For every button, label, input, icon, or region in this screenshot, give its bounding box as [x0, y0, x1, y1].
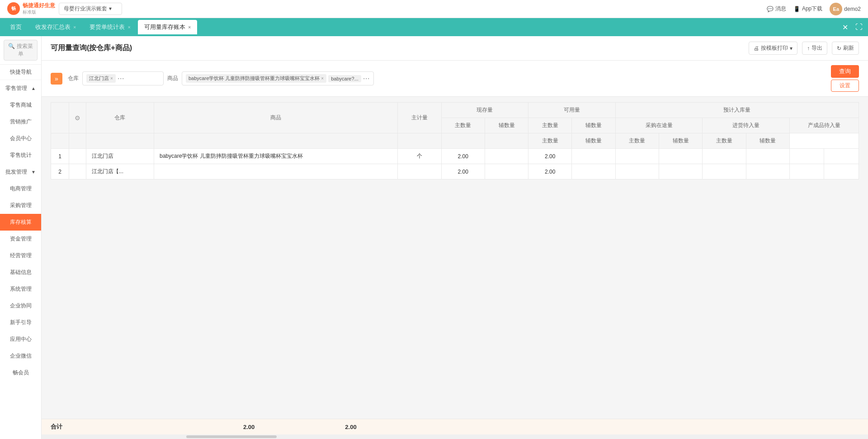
sidebar-item-finance[interactable]: 资金管理 — [0, 231, 41, 247]
sidebar-item-operations[interactable]: 经营管理 — [0, 247, 41, 264]
col-finished-pending-header: 产成品待入量 — [789, 118, 859, 133]
export-btn[interactable]: ↑ 导出 — [802, 42, 827, 55]
product-filter-label: 商品 — [167, 75, 178, 82]
row2-avail-aux — [572, 164, 615, 179]
print-btn[interactable]: 🖨 按模板打印 ▾ — [749, 42, 797, 55]
table-settings-icon[interactable]: ⚙ — [75, 114, 80, 122]
warehouse-filter-input[interactable]: 江北门店 × ··· — [82, 71, 164, 85]
sidebar-item-wholesale[interactable]: 批发管理 ▼ — [0, 164, 41, 180]
filter-expand-btn[interactable]: » — [51, 73, 62, 85]
message-btn[interactable]: 💬 消息 — [767, 5, 786, 13]
sidebar-item-app-center[interactable]: 应用中心 — [0, 331, 41, 348]
filter-settings-btn[interactable]: 设置 — [831, 80, 859, 92]
row2-warehouse: 江北门店【... — [86, 164, 154, 179]
warehouse-more-btn[interactable]: ··· — [118, 74, 124, 83]
page-title: 可用量查询(按仓库+商品) — [51, 43, 132, 53]
product-tag-1-value: babycare学饮杯 儿童防摔防撞吸管杯重力球吸嘴杯宝宝水杯 — [189, 75, 320, 82]
tab-stock-summary[interactable]: 收发存汇总表 × — [29, 20, 82, 34]
row2-incoming-main — [703, 164, 746, 179]
sidebar-item-member[interactable]: 会员中心 — [0, 130, 41, 147]
industry-selector[interactable]: 母婴行业演示账套 ▾ — [59, 3, 122, 15]
sidebar-item-finance-label: 资金管理 — [10, 235, 32, 243]
app-download-btn[interactable]: 📱 App下载 — [793, 5, 822, 13]
sidebar-item-purchase[interactable]: 采购管理 — [0, 197, 41, 214]
sidebar-search-area: 🔍 搜索菜单 — [0, 36, 41, 65]
col-current-main-qty: 主数量 — [441, 118, 485, 133]
sidebar-item-enterprise-wechat[interactable]: 企业微信 — [0, 348, 41, 364]
tab-home[interactable]: 首页 — [4, 20, 28, 34]
user-menu[interactable]: Ea demo2 — [830, 3, 861, 15]
horizontal-scrollbar[interactable] — [186, 435, 277, 438]
close-all-tabs-icon[interactable]: ✕ — [840, 21, 850, 33]
row1-finished-aux — [824, 149, 859, 164]
tab-order-stats[interactable]: 要货单统计表 × — [83, 20, 137, 34]
product-filter-input[interactable]: babycare学饮杯 儿童防摔防撞吸管杯重力球吸嘴杯宝宝水杯 × babyca… — [182, 71, 374, 85]
sidebar-item-vip-label: 畅会员 — [13, 369, 29, 377]
summary-label: 合计 — [51, 423, 71, 431]
sidebar-item-retail-mgmt-label: 零售管理 — [5, 85, 27, 92]
tab-stock-summary-close[interactable]: × — [73, 24, 76, 30]
col-sub-empty4 — [154, 133, 397, 149]
row2-purchased-aux — [659, 164, 703, 179]
tab-available-inventory[interactable]: 可用量库存账本 × — [138, 20, 197, 34]
sidebar-item-ecommerce-label: 电商管理 — [10, 185, 32, 193]
tab-order-stats-close[interactable]: × — [127, 24, 130, 30]
query-btn[interactable]: 查询 — [831, 65, 859, 78]
sidebar-item-basic-info-label: 基础信息 — [10, 269, 32, 276]
col-available-aux-qty: 辅数量 — [572, 118, 615, 133]
export-label: 导出 — [811, 44, 822, 52]
warehouse-tag-remove[interactable]: × — [110, 76, 113, 81]
sidebar-item-vip[interactable]: 畅会员 — [0, 364, 41, 381]
col-available-header: 可用量 — [528, 103, 616, 118]
sidebar-item-basic-info[interactable]: 基础信息 — [0, 264, 41, 281]
row1-num: 1 — [51, 149, 69, 164]
sidebar-item-inventory[interactable]: 库存核算 — [0, 214, 41, 231]
sidebar-item-purchase-label: 采购管理 — [10, 202, 32, 209]
row1-product: babycare学饮杯 儿童防摔防撞吸管杯重力球吸嘴杯宝宝水杯 — [154, 149, 397, 164]
filter-group: 仓库 江北门店 × ··· 商品 babycare学饮杯 儿童防摔防撞吸管杯重力… — [68, 71, 826, 85]
warehouse-filter-label: 仓库 — [68, 75, 79, 82]
table-container: ⚙ 仓库 商品 主计量 现存量 可用量 预计入库量 主数量 辅数量 主数量 辅数… — [42, 97, 868, 419]
product-more-btn[interactable]: ··· — [363, 74, 370, 83]
top-bar-right: 💬 消息 📱 App下载 Ea demo2 — [767, 3, 861, 15]
warehouse-tag-value: 江北门店 — [89, 75, 109, 82]
col-sub-empty2 — [69, 133, 86, 149]
sidebar-item-new-guide[interactable]: 新手引导 — [0, 314, 41, 331]
content-area: 可用量查询(按仓库+商品) 🖨 按模板打印 ▾ ↑ 导出 ↻ 刷新 — [42, 36, 868, 439]
sidebar-item-app-center-label: 应用中心 — [10, 335, 32, 343]
sidebar-item-ecommerce[interactable]: 电商管理 — [0, 180, 41, 197]
col-purchased-in-transit-header: 采购在途量 — [615, 118, 703, 133]
col-settings-header: ⚙ — [69, 103, 86, 133]
row2-incoming-aux — [746, 164, 789, 179]
search-menu-btn[interactable]: 🔍 搜索菜单 — [4, 40, 38, 61]
sidebar-item-marketing[interactable]: 营销推广 — [0, 113, 41, 130]
app-download-label: App下载 — [802, 5, 822, 13]
sidebar-item-enterprise[interactable]: 企业协同 — [0, 297, 41, 314]
col-incoming-pending-header: 进货待入量 — [703, 118, 790, 133]
sidebar-quick-nav[interactable]: 快捷导航 — [0, 65, 41, 80]
sidebar-item-system[interactable]: 系统管理 — [0, 281, 41, 297]
row1-warehouse: 江北门店 — [86, 149, 154, 164]
sidebar: 🔍 搜索菜单 快捷导航 零售管理 ▲ 零售商城 营销推广 会员中心 零售统计 批… — [0, 36, 42, 439]
sidebar-item-retail-mgmt[interactable]: 零售管理 ▲ — [0, 80, 41, 97]
tab-available-inventory-close[interactable]: × — [188, 24, 191, 30]
refresh-label: 刷新 — [843, 44, 854, 52]
print-label: 按模板打印 — [761, 44, 788, 52]
row2-purchased-main — [615, 164, 659, 179]
brand-icon: 畅 — [7, 2, 20, 15]
avatar: Ea — [830, 3, 842, 15]
product-tag-1-remove[interactable]: × — [321, 76, 324, 81]
tab-order-stats-label: 要货单统计表 — [90, 23, 125, 31]
row2-settings — [69, 164, 86, 179]
message-icon: 💬 — [767, 6, 774, 12]
sidebar-item-retail-stats[interactable]: 零售统计 — [0, 147, 41, 164]
row1-unit: 个 — [398, 149, 441, 164]
row1-avail-main: 2.00 — [528, 149, 572, 164]
row1-incoming-main — [703, 149, 746, 164]
col-current-aux-qty: 辅数量 — [485, 118, 528, 133]
sidebar-item-new-guide-label: 新手引导 — [10, 319, 32, 326]
filter-actions: 查询 设置 — [831, 65, 859, 92]
refresh-btn[interactable]: ↻ 刷新 — [832, 42, 859, 55]
sidebar-item-retail-mall[interactable]: 零售商城 — [0, 97, 41, 113]
expand-icon[interactable]: ⛶ — [854, 21, 864, 33]
